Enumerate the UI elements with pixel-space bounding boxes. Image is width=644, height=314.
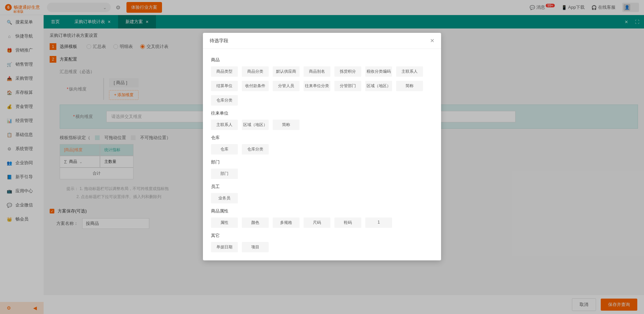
field-group-title: 员工 <box>211 184 433 190</box>
field-chip[interactable]: 鞋码 <box>334 217 361 228</box>
field-group-title: 其它 <box>211 233 433 239</box>
field-chip[interactable]: 商品类型 <box>211 66 238 77</box>
field-group: 商品属性属性颜色多规格尺码鞋码1 <box>211 208 433 228</box>
field-chip[interactable]: 仓库分类 <box>211 95 238 106</box>
field-chip[interactable]: 尺码 <box>304 217 330 228</box>
field-chip[interactable]: 颜色 <box>242 217 269 228</box>
field-chip[interactable]: 区域（地区） <box>365 81 392 91</box>
field-chip[interactable]: 分管人员 <box>273 81 300 91</box>
field-chip[interactable]: 商品分类 <box>242 66 269 77</box>
field-group-title: 往来单位 <box>211 110 433 116</box>
field-chip[interactable]: 区域（地区） <box>242 120 269 130</box>
field-group: 其它单据日期项目 <box>211 233 433 252</box>
field-chip[interactable]: 主联系人 <box>396 66 423 77</box>
field-chip[interactable]: 简称 <box>273 120 300 130</box>
field-chip[interactable]: 收付款条件 <box>242 81 269 91</box>
field-chip[interactable]: 税收分类编码 <box>365 66 392 77</box>
field-chip[interactable]: 部门 <box>211 169 238 179</box>
field-group: 员工业务员 <box>211 184 433 203</box>
field-group: 往来单位主联系人区域（地区）简称 <box>211 110 433 130</box>
modal-close-button[interactable]: ✕ <box>430 38 434 44</box>
field-chip[interactable]: 简称 <box>396 81 423 91</box>
field-group: 仓库仓库仓库分类 <box>211 135 433 154</box>
field-chip[interactable]: 多规格 <box>273 217 300 228</box>
modal-title: 待选字段 <box>210 38 228 44</box>
field-group-title: 仓库 <box>211 135 433 141</box>
field-chip[interactable]: 业务员 <box>211 193 238 203</box>
field-chip[interactable]: 项目 <box>242 242 269 252</box>
field-chip[interactable]: 属性 <box>211 217 238 228</box>
field-group: 商品商品类型商品分类默认供应商商品别名拣货积分税收分类编码主联系人结算单位收付款… <box>211 57 433 106</box>
field-chip[interactable]: 往来单位分类 <box>304 81 330 91</box>
field-group: 部门部门 <box>211 159 433 179</box>
field-chip[interactable]: 仓库分类 <box>242 144 269 154</box>
field-group-title: 商品属性 <box>211 208 433 214</box>
field-group-title: 部门 <box>211 159 433 165</box>
field-chip[interactable]: 默认供应商 <box>273 66 300 77</box>
field-chip[interactable]: 1 <box>365 217 392 228</box>
modal-overlay: 待选字段 ✕ 商品商品类型商品分类默认供应商商品别名拣货积分税收分类编码主联系人… <box>0 0 644 314</box>
field-chip[interactable]: 主联系人 <box>211 120 238 130</box>
field-chip[interactable]: 单据日期 <box>211 242 238 252</box>
field-chip[interactable]: 商品别名 <box>304 66 330 77</box>
field-chip[interactable]: 仓库 <box>211 144 238 154</box>
field-chip[interactable]: 拣货积分 <box>334 66 361 77</box>
field-group-title: 商品 <box>211 57 433 63</box>
field-select-modal: 待选字段 ✕ 商品商品类型商品分类默认供应商商品别名拣货积分税收分类编码主联系人… <box>203 33 441 260</box>
field-chip[interactable]: 分管部门 <box>334 81 361 91</box>
field-chip[interactable]: 结算单位 <box>211 81 238 91</box>
